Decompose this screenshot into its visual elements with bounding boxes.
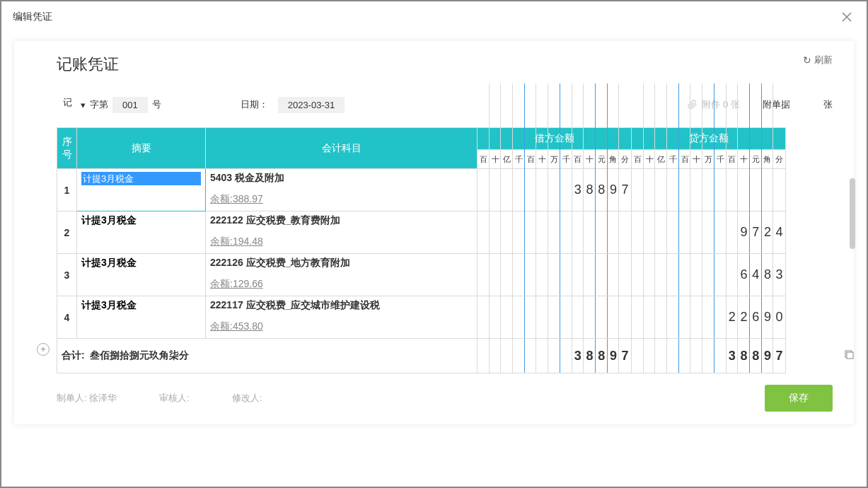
debit-units: 百十亿千百十万千百十元角分 [478,150,632,169]
row-index: 1 [57,169,77,211]
modifier-label: 修改人: [232,392,262,405]
attachment-label: 附件 0 张 [702,98,739,111]
add-row-icon[interactable]: + [37,343,50,356]
row-index: 2 [57,211,77,254]
reviewer-label: 审核人: [159,392,190,405]
refresh-label: 刷新 [814,54,833,66]
credit-cell[interactable]: 22690 [632,296,786,339]
total-debit: 38897 [478,339,632,373]
save-button[interactable]: 保存 [765,385,833,412]
slip-count-input[interactable] [792,99,821,110]
refresh-button[interactable]: 刷新 [803,54,833,66]
row-index: 3 [57,254,77,296]
summary-cell[interactable]: 计提3月税金 [77,254,206,296]
table-row: 15403 税金及附加余额:388.9738897 [57,169,786,211]
debit-cell[interactable] [478,254,632,296]
table-row: 4计提3月税金222117 应交税费_应交城市维护建设税余额:453.80226… [57,296,786,339]
subject-cell[interactable]: 5403 税金及附加余额:388.97 [206,169,478,211]
date-input[interactable]: 2023-03-31 [278,97,345,113]
voucher-word-sep: 字第 [90,98,108,111]
maker-label: 制单人: 徐泽华 [57,392,117,405]
paperclip-icon [688,100,698,110]
subject-cell[interactable]: 222122 应交税费_教育费附加余额:194.48 [206,211,478,254]
panel-title: 记账凭证 [57,54,803,75]
debit-cell[interactable] [478,296,632,339]
col-idx: 序号 [57,128,77,169]
subject-cell[interactable]: 222117 应交税费_应交城市维护建设税余额:453.80 [206,296,478,339]
summary-cell[interactable] [77,169,206,211]
scrollbar[interactable] [850,178,855,249]
summary-input[interactable] [81,172,201,185]
credit-units: 百十亿千百十万千百十元角分 [632,150,786,169]
debit-cell[interactable] [478,211,632,254]
voucher-word-selector[interactable]: 记 ▾ [57,96,86,113]
voucher-number-input[interactable]: 001 [112,97,148,113]
caret-down-icon: ▾ [81,100,86,110]
col-subject: 会计科目 [206,128,478,169]
subject-balance: 余额:194.48 [210,236,473,248]
subject-balance: 余额:453.80 [210,320,473,333]
voucher-number-suffix: 号 [152,98,161,111]
table-row: 3计提3月税金222126 应交税费_地方教育附加余额:129.666483 [57,254,786,296]
table-row: 2计提3月税金222122 应交税费_教育费附加余额:194.489724 [57,211,786,254]
voucher-table: 序号 摘要 会计科目 借方金额 贷方金额 百十亿千百十万千百十元角分 百十亿千百… [57,127,786,373]
summary-cell[interactable]: 计提3月税金 [77,211,206,254]
subject-balance: 余额:388.97 [210,193,473,206]
svg-rect-1 [847,352,853,359]
row-index: 4 [57,296,77,339]
credit-cell[interactable]: 9724 [632,211,786,254]
col-summary: 摘要 [77,128,206,169]
refresh-icon [803,54,811,66]
credit-cell[interactable]: 6483 [632,254,786,296]
total-label: 合计: 叁佰捌拾捌元玖角柒分 [57,339,478,373]
voucher-word-value: 记 [57,96,78,113]
modal-title: 编辑凭证 [13,11,838,23]
debit-cell[interactable]: 38897 [478,169,632,211]
close-icon[interactable] [838,8,855,25]
subject-cell[interactable]: 222126 应交税费_地方教育附加余额:129.66 [206,254,478,296]
copy-row-icon[interactable] [843,348,854,361]
subject-balance: 余额:129.66 [210,278,473,291]
total-credit: 38897 [632,339,786,373]
summary-cell[interactable]: 计提3月税金 [77,296,206,339]
date-label: 日期： [241,98,268,111]
credit-cell[interactable] [632,169,786,211]
